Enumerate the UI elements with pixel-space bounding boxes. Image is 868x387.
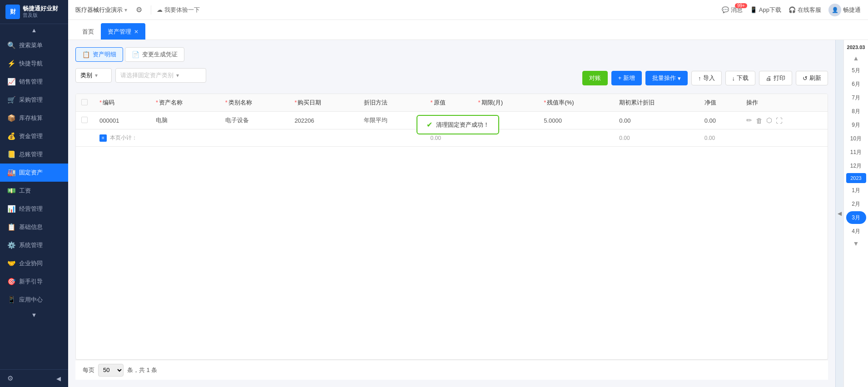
sidebar-item-label: 库存核算 (19, 114, 43, 122)
sidebar-item-funds[interactable]: 💰 资金管理 (0, 127, 68, 145)
download-button[interactable]: ↓ 下载 (725, 71, 756, 85)
refresh-button[interactable]: ↺ 刷新 (796, 71, 828, 85)
sidebar-item-app-center[interactable]: 📱 应用中心 (0, 291, 68, 309)
pagination: 每页 50 100 条，共 1 条 (75, 360, 828, 380)
category-select-label[interactable]: 类别 ▾ (75, 68, 112, 83)
delete-icon[interactable]: 🗑 (756, 117, 763, 124)
sub-tab-detail[interactable]: 📋 资产明细 (75, 47, 123, 62)
cal-scroll-up[interactable]: ▲ (851, 53, 861, 64)
sub-tab-voucher-label: 变更生成凭证 (142, 50, 178, 59)
import-button[interactable]: ↑ 导入 (691, 71, 722, 85)
cal-scroll-down[interactable]: ▼ (851, 238, 861, 249)
user-profile[interactable]: 👤 畅捷通 (828, 4, 861, 16)
sidebar-item-label: 快捷导航 (19, 60, 43, 68)
sidebar-logo: 财 畅捷通好业财 普及版 (0, 0, 68, 24)
print-button[interactable]: 🖨 打印 (759, 71, 792, 85)
sidebar-scroll-down[interactable]: ▼ (0, 309, 68, 321)
sidebar-item-fixed-assets[interactable]: 🏭 固定资产 (0, 164, 68, 182)
sidebar-item-enterprise[interactable]: 🤝 企业协同 (0, 254, 68, 273)
topbar-divider (151, 5, 151, 15)
calendar-toggle[interactable]: ◀ (835, 40, 843, 387)
sidebar-item-inventory[interactable]: 📦 库存核算 (0, 109, 68, 127)
gear-icon[interactable]: ⚙ (133, 4, 145, 16)
table-row: 000001 电脑 电子设备 202206 年限平均 ✔ 清理固定资 (76, 112, 828, 129)
sidebar-scroll-up[interactable]: ▲ (0, 24, 68, 36)
company-selector[interactable]: 医疗器械行业演示 ▾ (75, 6, 127, 14)
cal-month-11[interactable]: 11月 (846, 146, 866, 159)
sidebar-item-basic-info[interactable]: 📋 基础信息 (0, 218, 68, 236)
cal-month-4[interactable]: 4月 (846, 225, 866, 238)
experience-button[interactable]: ☁ 我要体验一下 (157, 6, 200, 14)
sidebar-item-label: 总账管理 (19, 150, 43, 159)
cal-month-2[interactable]: 2月 (846, 198, 866, 210)
funds-icon: 💰 (7, 132, 15, 140)
purchase-icon: 🛒 (7, 96, 15, 104)
batch-button[interactable]: 批量操作 ▾ (645, 71, 688, 85)
messages-button[interactable]: 💬 消息 99+ (722, 6, 743, 14)
sidebar-item-search[interactable]: 🔍 搜索菜单 (0, 36, 68, 55)
calendar-panel: 2023.03 ▲ 5月 6月 7月 8月 9月 10月 11月 12月 202… (843, 40, 868, 387)
cal-month-9[interactable]: 9月 (846, 119, 866, 131)
print-icon: 🖨 (766, 75, 772, 82)
col-code: 编码 (103, 99, 114, 106)
cal-month-12[interactable]: 12月 (846, 159, 866, 172)
cal-month-5[interactable]: 5月 (846, 64, 866, 77)
more-icon[interactable]: ⛶ (776, 117, 783, 124)
row-checkbox[interactable] (81, 117, 88, 123)
sidebar-item-system[interactable]: ⚙️ 系统管理 (0, 236, 68, 254)
sidebar-item-label: 经营管理 (19, 205, 43, 213)
experience-icon: ☁ (157, 6, 163, 13)
app-download-button[interactable]: 📱 App下载 (750, 6, 781, 14)
system-icon: ⚙️ (7, 241, 15, 249)
page-size-select[interactable]: 50 100 (98, 364, 124, 377)
edit-icon[interactable]: ✏ (746, 116, 752, 124)
chevron-down-icon: ▾ (95, 72, 98, 79)
basic-info-icon: 📋 (7, 223, 15, 231)
cal-month-6[interactable]: 6月 (846, 78, 866, 90)
tab-home[interactable]: 首页 (75, 23, 101, 40)
cell-name: 电脑 (150, 112, 220, 129)
sidebar-item-guide[interactable]: 🎯 新手引导 (0, 273, 68, 291)
select-all-checkbox[interactable] (81, 99, 88, 105)
cal-month-1[interactable]: 1月 (846, 184, 866, 197)
fixed-assets-icon: 🏭 (7, 169, 15, 177)
sidebar-item-quick-nav[interactable]: ⚡ 快捷导航 (0, 55, 68, 73)
sidebar-item-ledger[interactable]: 📒 总账管理 (0, 145, 68, 164)
success-toast: ✔ 清理固定资产成功！ (417, 115, 499, 134)
sidebar-item-label: 工资 (19, 187, 31, 195)
sidebar-item-purchase[interactable]: 🛒 采购管理 (0, 91, 68, 109)
col-purchase-date: 购买日期 (298, 99, 321, 106)
col-net-value: 净值 (704, 99, 716, 106)
sidebar-item-sales[interactable]: 📈 销售管理 (0, 73, 68, 91)
cell-purchase-date: 202206 (289, 112, 358, 129)
subtotal-icon[interactable]: ≡ (99, 134, 107, 142)
collapse-icon[interactable]: ◀ (56, 375, 61, 382)
voucher-icon: 📄 (132, 51, 139, 58)
sidebar-item-payroll[interactable]: 💵 工资 (0, 182, 68, 200)
settings-icon[interactable]: ⚙ (7, 374, 13, 382)
cal-month-8[interactable]: 8月 (846, 105, 866, 118)
sidebar-item-label: 搜索菜单 (19, 41, 43, 50)
sidebar-item-label: 新手引导 (19, 278, 43, 286)
sub-tab-voucher[interactable]: 📄 变更生成凭证 (125, 47, 184, 62)
cal-month-10[interactable]: 10月 (846, 132, 866, 145)
company-name: 医疗器械行业演示 (75, 6, 123, 14)
tab-asset[interactable]: 资产管理 ✕ (101, 23, 145, 40)
online-service-button[interactable]: 🎧 在线客服 (789, 6, 821, 14)
chevron-down-icon: ▾ (176, 72, 179, 79)
cal-month-3[interactable]: 3月 (846, 211, 866, 224)
sidebar-item-label: 销售管理 (19, 78, 43, 86)
cal-year-badge[interactable]: 2023 (846, 173, 866, 183)
message-icon: 💬 (722, 6, 729, 13)
cal-month-7[interactable]: 7月 (846, 91, 866, 104)
add-button[interactable]: + 新增 (611, 71, 642, 85)
col-name: 资产名称 (159, 99, 183, 106)
close-icon[interactable]: ✕ (134, 29, 139, 35)
sidebar-item-label: 基础信息 (19, 223, 43, 231)
category-value-select[interactable]: 请选择固定资产类别 ▾ (115, 68, 206, 83)
sidebar-item-operations[interactable]: 📊 经营管理 (0, 200, 68, 218)
sidebar: 财 畅捷通好业财 普及版 ▲ 🔍 搜索菜单 ⚡ 快捷导航 📈 销售管理 🛒 采购… (0, 0, 68, 387)
sidebar-bottom[interactable]: ⚙ ◀ (0, 369, 68, 387)
copy-icon[interactable]: ⬡ (766, 116, 772, 124)
reconcile-button[interactable]: 对账 (582, 71, 608, 85)
